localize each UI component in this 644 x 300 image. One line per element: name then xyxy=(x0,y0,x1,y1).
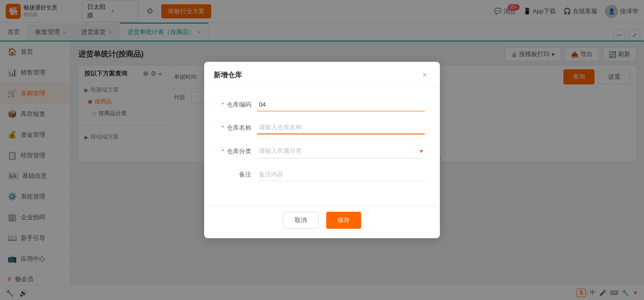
note-label-text: 备注 xyxy=(239,171,251,178)
category-placeholder: 请输入所属分类 xyxy=(259,147,420,155)
category-label-text: 仓库分类 xyxy=(227,148,251,155)
warehouse-name-input[interactable] xyxy=(257,121,425,134)
warehouse-category-select[interactable]: 请输入所属分类 ▾ xyxy=(257,144,425,158)
warehouse-note-label: 备注 xyxy=(219,170,257,179)
required-star-2: * xyxy=(222,124,224,131)
dialog-close-btn[interactable]: × xyxy=(419,69,430,81)
warehouse-code-input[interactable] xyxy=(257,98,425,111)
cancel-button[interactable]: 取消 xyxy=(283,212,319,229)
warehouse-code-row: * 仓库编码 xyxy=(219,98,425,111)
name-label-text: 仓库名称 xyxy=(227,124,251,131)
add-warehouse-dialog: 新增仓库 × * 仓库编码 * 仓库名称 xyxy=(204,62,440,238)
warehouse-note-input[interactable] xyxy=(257,168,425,181)
dialog-body: * 仓库编码 * 仓库名称 * 仓库分类 请输入 xyxy=(204,87,440,202)
warehouse-category-row: * 仓库分类 请输入所属分类 ▾ xyxy=(219,144,425,158)
required-star: * xyxy=(222,101,224,108)
warehouse-category-label: * 仓库分类 xyxy=(219,147,257,156)
warehouse-code-label: * 仓库编码 xyxy=(219,100,257,109)
code-label-text: 仓库编码 xyxy=(227,101,251,108)
required-star-3: * xyxy=(222,148,224,155)
dialog-footer: 取消 保存 xyxy=(204,206,440,238)
warehouse-name-label: * 仓库名称 xyxy=(219,124,257,132)
modal-overlay[interactable]: 新增仓库 × * 仓库编码 * 仓库名称 xyxy=(0,0,644,300)
category-chevron-icon: ▾ xyxy=(420,147,423,155)
warehouse-name-row: * 仓库名称 xyxy=(219,121,425,134)
dialog-header: 新增仓库 × xyxy=(204,62,440,87)
save-button[interactable]: 保存 xyxy=(326,212,361,229)
dialog-title: 新增仓库 xyxy=(214,71,242,80)
warehouse-note-row: 备注 xyxy=(219,168,425,181)
